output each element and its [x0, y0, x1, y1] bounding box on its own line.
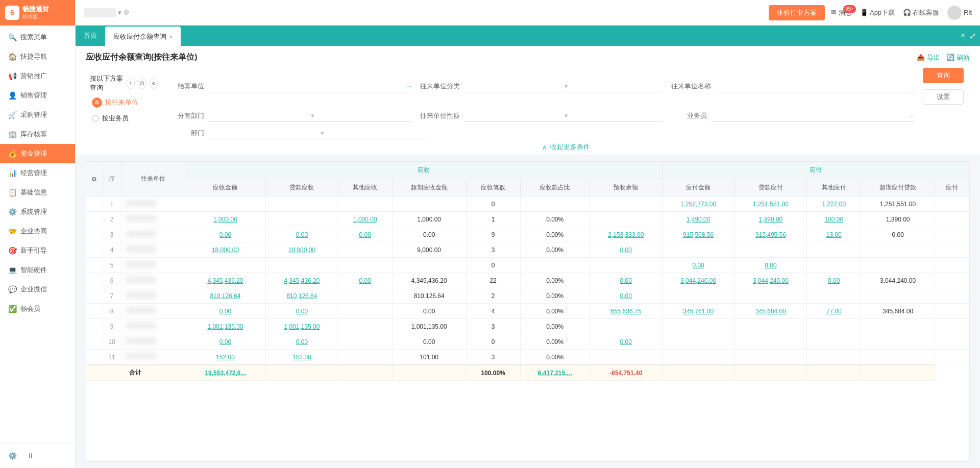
row-cell-7[interactable]: 1,252,773.00 [662, 196, 734, 212]
sidebar-item-quick-nav[interactable]: 🏠 快捷导航 [0, 47, 75, 66]
tab-home[interactable]: 首页 [76, 26, 105, 46]
tab-corner-expand-icon[interactable]: ⤢ [969, 31, 976, 41]
sidebar-item-operation[interactable]: 📊 经营管理 [0, 163, 75, 183]
row-cell-6[interactable]: 0.00 [590, 273, 662, 288]
salesperson-input[interactable]: ··· [711, 110, 915, 122]
footer-prepaid[interactable]: 6,417,215.... [520, 365, 590, 381]
tab-corner-close-icon[interactable]: × [961, 31, 965, 40]
dept-select[interactable]: ▾ [208, 127, 431, 139]
row-cell-0[interactable]: 0.00 [185, 227, 265, 242]
filter-collapse-button[interactable]: « [150, 78, 158, 89]
filter-add-button[interactable]: + [127, 78, 135, 89]
row-cell-4: 4 [466, 304, 520, 319]
sidebar-item-sales[interactable]: 👤 销售管理 [0, 86, 75, 105]
row-cell-6[interactable]: 0.00 [590, 242, 662, 258]
row-cell-0[interactable]: 1,001,135.00 [185, 319, 265, 334]
row-cell-9[interactable]: 13.00 [807, 227, 861, 242]
export-button[interactable]: 📤 导出 [917, 53, 940, 62]
row-cell-7[interactable]: 915,508.56 [662, 227, 734, 242]
row-cell-6[interactable]: 2,153,333.00 [590, 227, 662, 242]
trial-button[interactable]: 体验行业方案 [769, 5, 825, 20]
row-cell-0[interactable]: 0.00 [185, 334, 265, 350]
row-cell-0[interactable]: 1,000.00 [185, 212, 265, 227]
filter-layout: 按以下方案查询 + ⊙ « 单 按往来单位 按业务员 [86, 68, 970, 155]
table-wrapper[interactable]: ⚙ 序 往来单位 应收 应付 应收金额 贷款应收 其他应收 超期应收金额 应收笔… [86, 161, 970, 462]
settlement-input[interactable]: ··· [208, 80, 412, 92]
row-cell-1[interactable]: 152.00 [266, 350, 338, 365]
row-cell-7[interactable]: 1,490.00 [662, 212, 734, 227]
salesperson-ellipsis[interactable]: ··· [909, 112, 915, 119]
nature-select[interactable]: ▾ [464, 110, 664, 122]
row-cell-1[interactable]: 4,345,436.20 [266, 273, 338, 288]
row-cell-0[interactable]: 18,000.00 [185, 242, 265, 258]
row-cell-11 [935, 212, 969, 227]
row-cell-5 [520, 258, 590, 273]
row-cell-7[interactable]: 0.00 [662, 258, 734, 273]
message-badge[interactable]: ✉ 消息 99+ [831, 8, 852, 17]
sidebar-collapse-button[interactable]: ⏸ [23, 449, 38, 463]
sidebar-item-member[interactable]: ✅ 畅会员 [0, 299, 75, 318]
sidebar-item-enterprise[interactable]: 🤝 企业协同 [0, 221, 75, 241]
row-cell-2[interactable]: 0.00 [338, 227, 392, 242]
sidebar-item-marketing[interactable]: 📢 营销推广 [0, 66, 75, 86]
row-cell-0[interactable]: 810,126.64 [185, 288, 265, 304]
row-cell-6[interactable]: 0.00 [590, 334, 662, 350]
row-cell-9[interactable]: 100.00 [807, 212, 861, 227]
division-select[interactable]: ▾ [208, 110, 412, 122]
filter-view-salesperson[interactable]: 按业务员 [86, 111, 162, 126]
partner-name-input[interactable] [715, 80, 915, 92]
th-gear[interactable]: ⚙ [86, 162, 103, 196]
row-cell-8[interactable]: 1,390.00 [734, 212, 807, 227]
row-cell-3: 0.00 [392, 334, 466, 350]
row-cell-9[interactable]: 0.00 [807, 273, 861, 288]
sidebar-item-finance[interactable]: 💰 资金管理 [0, 144, 75, 163]
row-cell-2 [338, 288, 392, 304]
sidebar-item-inventory[interactable]: 🏢 库存核算 [0, 125, 75, 144]
tab-close-icon[interactable]: × [169, 34, 173, 40]
filter-settings-button[interactable]: ⊙ [138, 78, 146, 89]
refresh-button[interactable]: 🔄 刷新 [946, 53, 970, 62]
row-cell-9[interactable]: 77.00 [807, 304, 861, 319]
query-button[interactable]: 查询 [923, 68, 964, 83]
row-cell-2[interactable]: 1,000.00 [338, 212, 392, 227]
service-button[interactable]: 🎧 在线客服 [903, 8, 939, 17]
download-button[interactable]: 📱 App下载 [860, 8, 895, 17]
row-cell-8[interactable]: 1,251,551.00 [734, 196, 807, 212]
sidebar-settings-button[interactable]: ⚙️ [5, 449, 19, 463]
row-cell-0[interactable]: 0.00 [185, 304, 265, 319]
sidebar-item-smart[interactable]: 💻 智能硬件 [0, 260, 75, 280]
row-cell-1[interactable]: 0.00 [266, 227, 338, 242]
row-cell-8[interactable]: 915,495.56 [734, 227, 807, 242]
row-cell-1[interactable]: 810,126.64 [266, 288, 338, 304]
row-cell-8[interactable]: 0.00 [734, 258, 807, 273]
row-cell-0[interactable]: 152.00 [185, 350, 265, 365]
row-cell-8[interactable]: 345,684.00 [734, 304, 807, 319]
settings-button[interactable]: 设置 [923, 89, 964, 105]
row-cell-6[interactable]: 655,636.75 [590, 304, 662, 319]
row-cell-7[interactable]: 345,761.00 [662, 304, 734, 319]
filter-collapse-button[interactable]: ∧ 收起更多条件 [168, 139, 964, 155]
row-cell-9[interactable]: 1,222.00 [807, 196, 861, 212]
sidebar-item-wechat[interactable]: 💬 企业微信 [0, 280, 75, 299]
row-cell-7[interactable]: 3,044,240.00 [662, 273, 734, 288]
settings-icon[interactable]: ⚙ [124, 9, 130, 16]
user-menu[interactable]: Rit [947, 6, 972, 20]
row-cell-6[interactable]: 0.00 [590, 288, 662, 304]
sidebar-item-guide[interactable]: 🎯 新手引导 [0, 241, 75, 260]
category-select[interactable]: ▾ [464, 80, 664, 92]
sidebar-item-system[interactable]: ⚙️ 系统管理 [0, 202, 75, 221]
footer-receivable-amount[interactable]: 19,553,472,6... [185, 365, 265, 381]
row-cell-0[interactable]: 4,345,436.20 [185, 273, 265, 288]
row-cell-1[interactable]: 0.00 [266, 304, 338, 319]
row-cell-1[interactable]: 18,000.00 [266, 242, 338, 258]
sidebar-item-basic[interactable]: 📋 基础信息 [0, 183, 75, 202]
sidebar-item-purchase[interactable]: 🛒 采购管理 [0, 105, 75, 125]
row-cell-2[interactable]: 0.00 [338, 273, 392, 288]
settlement-ellipsis[interactable]: ··· [406, 82, 412, 90]
row-cell-8[interactable]: 3,044,240.00 [734, 273, 807, 288]
row-cell-1[interactable]: 1,001,135.00 [266, 319, 338, 334]
sidebar-item-search-menu[interactable]: 🔍 搜索菜单 [0, 28, 75, 47]
row-cell-1[interactable]: 0.00 [266, 334, 338, 350]
tab-active[interactable]: 应收应付余额查询 × [105, 27, 181, 47]
filter-view-partner[interactable]: 单 按往来单位 [86, 94, 162, 111]
